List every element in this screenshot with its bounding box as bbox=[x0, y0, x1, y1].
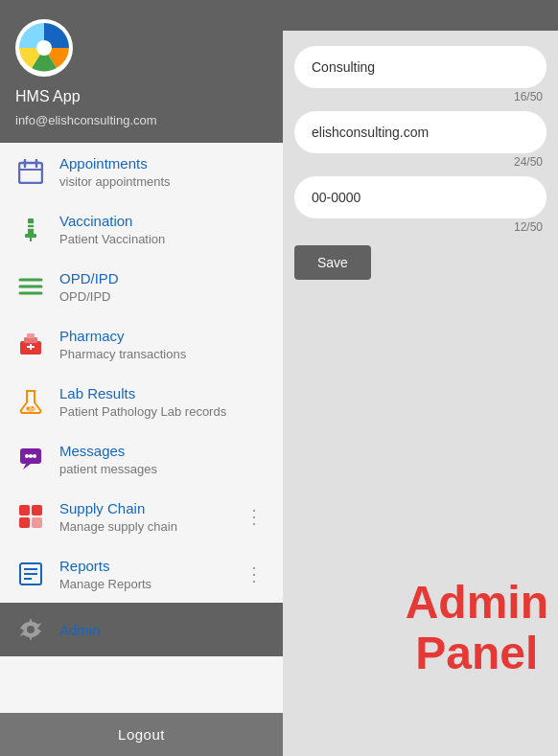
sidebar-item-messages[interactable]: Messages patient messages bbox=[0, 430, 283, 488]
opd-ipd-text: OPD/IPD OPD/IPD bbox=[59, 270, 267, 304]
save-button[interactable]: Save bbox=[294, 245, 371, 280]
gear-icon bbox=[15, 614, 46, 645]
logout-button[interactable]: Logout bbox=[0, 713, 283, 756]
lab-results-title: Lab Results bbox=[59, 385, 267, 402]
svg-point-22 bbox=[32, 406, 34, 408]
app-name: HMS App bbox=[15, 88, 267, 105]
field2-input[interactable] bbox=[294, 111, 546, 153]
svg-rect-2 bbox=[19, 163, 42, 183]
svg-rect-30 bbox=[32, 517, 42, 528]
calendar-icon bbox=[15, 156, 46, 187]
sidebar-item-appointments[interactable]: Appointments visitor appointments bbox=[0, 143, 283, 200]
svg-point-25 bbox=[29, 454, 33, 458]
opd-ipd-title: OPD/IPD bbox=[59, 270, 267, 287]
sidebar-item-lab-results[interactable]: Lab Results Patient Pathology Lab record… bbox=[0, 373, 283, 430]
svg-rect-28 bbox=[32, 505, 42, 515]
field2-wrap: 24/50 bbox=[294, 111, 546, 169]
pharmacy-text: Pharmacy Pharmacy transactions bbox=[59, 328, 267, 361]
sidebar: HMS App info@elishconsulting.com Appoint… bbox=[0, 0, 283, 756]
field3-char-count: 12/50 bbox=[294, 220, 543, 234]
chat-icon bbox=[15, 444, 46, 474]
svg-point-24 bbox=[25, 454, 29, 458]
admin-panel-label: AdminPanel bbox=[406, 578, 548, 679]
svg-rect-16 bbox=[27, 333, 35, 338]
supply-chain-text: Supply Chain Manage supply chain bbox=[59, 500, 241, 534]
lab-results-subtitle: Patient Pathology Lab records bbox=[59, 404, 267, 419]
sidebar-nav: Appointments visitor appointments Vaccin… bbox=[0, 143, 283, 713]
svg-point-36 bbox=[27, 626, 35, 633]
svg-rect-27 bbox=[19, 505, 30, 515]
list-icon bbox=[15, 271, 46, 302]
sidebar-item-admin[interactable]: Admin bbox=[0, 603, 283, 656]
appointments-text: Appointments visitor appointments bbox=[59, 155, 267, 189]
field2-char-count: 24/50 bbox=[294, 155, 543, 169]
appointments-title: Appointments bbox=[59, 155, 267, 172]
opd-ipd-subtitle: OPD/IPD bbox=[59, 289, 267, 304]
reports-icon bbox=[15, 559, 46, 589]
sidebar-header: HMS App info@elishconsulting.com bbox=[0, 0, 283, 143]
vaccination-text: Vaccination Patient Vaccination bbox=[59, 213, 267, 246]
app-email: info@elishconsulting.com bbox=[15, 113, 267, 127]
messages-title: Messages bbox=[59, 443, 267, 460]
field1-char-count: 16/50 bbox=[294, 90, 543, 103]
form-area: 16/50 24/50 12/50 Save bbox=[283, 31, 558, 295]
svg-rect-6 bbox=[28, 218, 34, 236]
sidebar-item-supply-chain[interactable]: Supply Chain Manage supply chain ⋮ bbox=[0, 488, 283, 545]
topbar bbox=[283, 0, 558, 31]
app-logo bbox=[15, 19, 73, 77]
svg-rect-7 bbox=[25, 234, 36, 238]
main-panel: 16/50 24/50 12/50 Save AdminPanel bbox=[283, 0, 558, 756]
reports-subtitle: Manage Reports bbox=[59, 577, 241, 591]
supply-chain-title: Supply Chain bbox=[59, 500, 241, 517]
pharmacy-icon bbox=[15, 329, 46, 359]
messages-text: Messages patient messages bbox=[59, 443, 267, 476]
sidebar-item-opd-ipd[interactable]: OPD/IPD OPD/IPD bbox=[0, 258, 283, 315]
svg-rect-29 bbox=[19, 517, 30, 528]
supply-chain-subtitle: Manage supply chain bbox=[59, 519, 241, 534]
vaccination-subtitle: Patient Vaccination bbox=[59, 232, 267, 246]
lab-icon bbox=[15, 386, 46, 417]
messages-subtitle: patient messages bbox=[59, 462, 267, 476]
admin-title: Admin bbox=[59, 622, 101, 638]
supply-icon bbox=[15, 501, 46, 532]
svg-point-21 bbox=[27, 407, 30, 410]
reports-more-icon[interactable]: ⋮ bbox=[241, 559, 267, 589]
sidebar-item-pharmacy[interactable]: Pharmacy Pharmacy transactions bbox=[0, 315, 283, 373]
pharmacy-subtitle: Pharmacy transactions bbox=[59, 347, 267, 361]
lab-results-text: Lab Results Patient Pathology Lab record… bbox=[59, 385, 267, 419]
svg-point-1 bbox=[36, 40, 52, 56]
syringe-icon bbox=[15, 214, 46, 244]
reports-title: Reports bbox=[59, 558, 241, 575]
vaccination-title: Vaccination bbox=[59, 213, 267, 230]
appointments-subtitle: visitor appointments bbox=[59, 174, 267, 189]
field3-wrap: 12/50 bbox=[294, 176, 546, 234]
logo-pie-chart bbox=[17, 21, 71, 75]
field3-input[interactable] bbox=[294, 176, 546, 218]
field1-input[interactable] bbox=[294, 46, 546, 88]
reports-text: Reports Manage Reports bbox=[59, 558, 241, 591]
sidebar-item-vaccination[interactable]: Vaccination Patient Vaccination bbox=[0, 200, 283, 258]
supply-chain-more-icon[interactable]: ⋮ bbox=[241, 501, 267, 532]
pharmacy-title: Pharmacy bbox=[59, 328, 267, 345]
sidebar-item-reports[interactable]: Reports Manage Reports ⋮ bbox=[0, 545, 283, 603]
field1-wrap: 16/50 bbox=[294, 46, 546, 103]
svg-point-26 bbox=[33, 454, 36, 458]
